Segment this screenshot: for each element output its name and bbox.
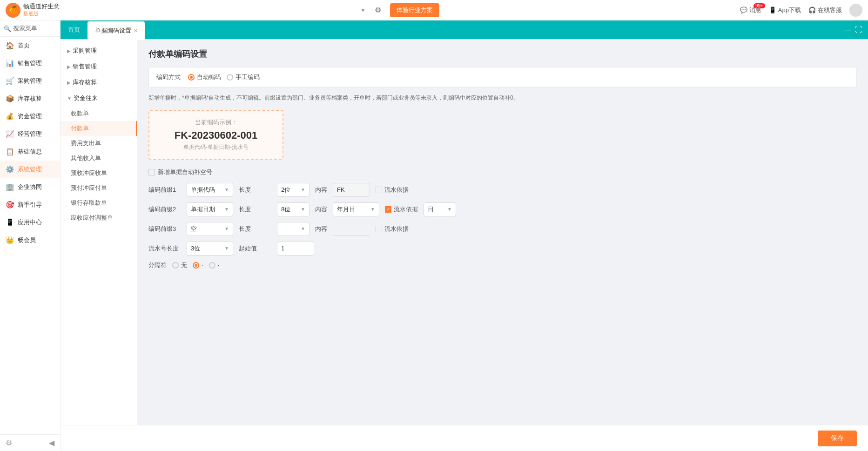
nav-purchase-label: 采购管理 <box>18 77 42 85</box>
sub-nav-group-sales: ▶ 销售管理 <box>61 59 137 74</box>
encoding-radio-group: 自动编码 手工编码 <box>188 73 260 81</box>
sidebar-item-guide[interactable]: 🎯 新手引导 <box>0 196 60 214</box>
company-dropdown[interactable]: ▼ <box>360 7 366 13</box>
serial-length-arrow: ▼ <box>224 246 229 251</box>
sub-nav-item-adjustment[interactable]: 应收应付调整单 <box>61 210 137 225</box>
content1-label: 内容 <box>315 186 327 194</box>
tab-encoding-settings[interactable]: 单据编码设置 × <box>87 21 145 40</box>
sidebar-item-system[interactable]: ⚙️ 系统管理 <box>0 161 60 178</box>
sub-nav-item-payment[interactable]: 付款单 <box>61 121 137 136</box>
prefix-row-3: 编码前缀3 空 ▼ 长度 ▼ 内容 流水依据 <box>148 222 857 236</box>
sub-nav-item-other-income[interactable]: 其他收入单 <box>61 151 137 166</box>
operations-icon: 📈 <box>6 130 14 138</box>
serial-basis2-check: ✓ 流水依据 <box>385 205 418 214</box>
start-value-input[interactable]: 1 <box>277 242 314 256</box>
separator-dot-radio[interactable] <box>193 262 199 269</box>
purchase-icon: 🛒 <box>6 77 14 85</box>
tab-close-icon[interactable]: × <box>134 27 137 34</box>
prefix2-value: 单据日期 <box>191 205 215 214</box>
sub-nav-item-prepaid-payable[interactable]: 预付冲应付单 <box>61 181 137 195</box>
serial-basis1-checkbox[interactable] <box>376 187 382 193</box>
page-title: 付款单编码设置 <box>148 48 857 60</box>
sidebar-item-finance[interactable]: 💰 资金管理 <box>0 108 60 125</box>
nav-finance-label: 资金管理 <box>18 112 42 121</box>
sidebar-search[interactable]: 🔍 搜索菜单 <box>0 20 60 37</box>
separator-dot2-option[interactable]: · <box>209 262 220 269</box>
auto-fill-checkbox[interactable] <box>148 169 155 175</box>
app-download-label: App下载 <box>778 6 801 14</box>
sub-nav: ▶ 采购管理 ▶ 销售管理 ▶ 库存核算 <box>61 39 137 425</box>
arrow-down-icon: ▼ <box>67 96 72 101</box>
length1-select[interactable]: 2位 ▼ <box>277 183 310 197</box>
sidebar-item-enterprise[interactable]: 🏢 企业协同 <box>0 178 60 196</box>
prefix1-label: 编码前缀1 <box>148 186 181 194</box>
separator-none-option[interactable]: 无 <box>172 261 187 269</box>
nav-system-label: 系统管理 <box>18 165 42 174</box>
sidebar-settings-icon[interactable]: ⚙ <box>6 438 12 447</box>
sub-nav-group-finance: ▼ 资金往来 收款单 付款单 费用支出单 其他收入单 预收冲应收单 预付冲应付单… <box>61 90 137 225</box>
sidebar-item-appstore[interactable]: 📱 应用中心 <box>0 214 60 231</box>
messages-icon-item[interactable]: 💬 消息 99+ <box>740 6 761 14</box>
separator-dot2-radio[interactable] <box>209 262 215 269</box>
sidebar-item-sales[interactable]: 📊 销售管理 <box>0 54 60 72</box>
auto-encode-option[interactable]: 自动编码 <box>188 73 221 81</box>
serial-basis2-select[interactable]: 日 ▼ <box>424 202 456 216</box>
save-button[interactable]: 保存 <box>818 431 857 446</box>
sidebar-item-purchase[interactable]: 🛒 采购管理 <box>0 72 60 90</box>
system-icon: ⚙️ <box>6 165 14 174</box>
length2-label: 长度 <box>239 205 271 214</box>
prefix1-select[interactable]: 单据代码 ▼ <box>187 183 233 197</box>
app-download-item[interactable]: 📱 App下载 <box>769 6 801 14</box>
sub-nav-item-prepaid-receivable[interactable]: 预收冲应收单 <box>61 166 137 181</box>
length3-select[interactable]: ▼ <box>277 222 310 236</box>
prefix3-select[interactable]: 空 ▼ <box>187 222 233 236</box>
experience-button[interactable]: 体验行业方案 <box>390 3 439 17</box>
sub-nav-group-purchase-title[interactable]: ▶ 采购管理 <box>61 43 137 59</box>
sub-nav-group-sales-title[interactable]: ▶ 销售管理 <box>61 59 137 74</box>
settings-icon[interactable]: ⚙ <box>371 4 384 17</box>
auto-fill-label: 新增单据自动补空号 <box>158 168 212 176</box>
length2-select[interactable]: 8位 ▼ <box>277 202 310 216</box>
sidebar-item-home[interactable]: 🏠 首页 <box>0 37 60 54</box>
user-avatar[interactable] <box>849 4 862 17</box>
content1-value: FK <box>333 183 370 197</box>
content2-select[interactable]: 年月日 ▼ <box>333 202 379 216</box>
logo-icon: 🍊 <box>6 3 20 18</box>
prefix1-value: 单据代码 <box>191 186 215 194</box>
preview-sub: 单据代码-单据日期-流水号 <box>161 143 271 151</box>
prefix2-select[interactable]: 单据日期 ▼ <box>187 202 233 216</box>
sub-nav-group-purchase: ▶ 采购管理 <box>61 43 137 59</box>
sidebar-item-inventory[interactable]: 📦 库存核算 <box>0 90 60 108</box>
sidebar: 🔍 搜索菜单 🏠 首页 📊 销售管理 🛒 采购管理 📦 库存核算 💰 <box>0 20 61 451</box>
nav-member-label: 畅会员 <box>18 236 36 244</box>
separator-dot-option[interactable]: · <box>193 262 203 269</box>
sub-nav-group-finance-title[interactable]: ▼ 资金往来 <box>61 90 137 106</box>
sidebar-item-member[interactable]: 👑 畅会员 <box>0 231 60 249</box>
online-service-item[interactable]: 🎧 在线客服 <box>808 6 842 14</box>
sub-nav-item-bank[interactable]: 银行存取款单 <box>61 195 137 210</box>
sub-nav-group-inventory-title[interactable]: ▶ 库存核算 <box>61 74 137 90</box>
tab-home[interactable]: 首页 <box>61 20 87 39</box>
sub-nav-item-receipt[interactable]: 收款单 <box>61 106 137 121</box>
serial-length-select[interactable]: 3位 ▼ <box>187 242 233 256</box>
serial-basis2-arrow: ▼ <box>447 207 452 212</box>
serial-basis3-checkbox[interactable] <box>376 226 382 232</box>
form-area: 付款单编码设置 编码方式 自动编码 手工编码 <box>137 39 868 425</box>
tab-minimize-icon[interactable]: — <box>844 26 851 34</box>
sidebar-item-basic[interactable]: 📋 基础信息 <box>0 143 60 161</box>
auto-encode-radio[interactable] <box>188 74 195 81</box>
nav-basic-label: 基础信息 <box>18 148 42 156</box>
manual-encode-option[interactable]: 手工编码 <box>227 73 260 81</box>
sidebar-collapse-icon[interactable]: ◀ <box>49 438 54 447</box>
sub-nav-item-expense[interactable]: 费用支出单 <box>61 136 137 151</box>
tab-current-label: 单据编码设置 <box>95 27 131 35</box>
sidebar-item-operations[interactable]: 📈 经营管理 <box>0 125 60 143</box>
separator-none-radio[interactable] <box>172 262 179 269</box>
enterprise-icon: 🏢 <box>6 183 14 191</box>
length1-arrow: ▼ <box>301 187 305 192</box>
basic-icon: 📋 <box>6 148 14 156</box>
serial-basis2-checkbox[interactable]: ✓ <box>385 206 391 213</box>
sidebar-nav: 🏠 首页 📊 销售管理 🛒 采购管理 📦 库存核算 💰 资金管理 📈 经 <box>0 37 60 434</box>
tab-expand-icon[interactable]: ⛶ <box>855 26 862 34</box>
manual-encode-radio[interactable] <box>227 74 233 81</box>
